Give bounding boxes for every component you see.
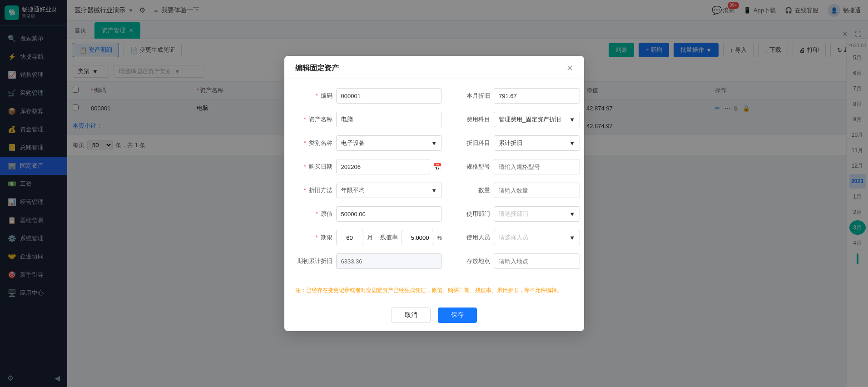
- expense-subject-select[interactable]: 管理费用_固定资产折旧 ▼: [494, 112, 580, 127]
- period-input[interactable]: [336, 230, 363, 245]
- department-select[interactable]: 请选择部门 ▼: [494, 206, 580, 222]
- original-value-input[interactable]: [336, 206, 442, 222]
- period-rate-row: 月 残值率 %: [336, 230, 442, 245]
- edit-asset-modal: 编辑固定资产 ✕ * 编码: [284, 56, 584, 331]
- user-arrow: ▼: [569, 234, 575, 241]
- dep-subject-label: 折旧科目: [453, 139, 494, 147]
- name-input[interactable]: [336, 112, 442, 127]
- modal-note: 注：已经存在变更记录或者对应固定资产已经生成凭证，原值、购买日期、残值率、累计折…: [284, 286, 584, 300]
- name-label: * 资产名称: [295, 115, 336, 124]
- code-label: * 编码: [295, 92, 336, 100]
- monthly-dep-input[interactable]: [494, 88, 580, 104]
- department-arrow: ▼: [569, 211, 575, 218]
- cancel-button[interactable]: 取消: [392, 308, 431, 323]
- form-row-dep-method: * 折旧方法 年限平均 ▼: [295, 183, 442, 198]
- location-input[interactable]: [494, 253, 580, 269]
- category-select[interactable]: 电子设备 ▼: [336, 135, 442, 151]
- form-row-department: 使用部门 请选择部门 ▼: [453, 206, 580, 222]
- dep-method-arrow: ▼: [431, 187, 437, 194]
- modal-right-col: 本月折旧 费用科目 管理费用_固定资产折旧 ▼ 折旧科目: [453, 88, 580, 277]
- expense-subject-value: 管理费用_固定资产折旧: [499, 115, 561, 124]
- expense-subject-label: 费用科目: [453, 115, 494, 124]
- form-row-user: 使用人员 请选择人员 ▼: [453, 230, 580, 245]
- quantity-input[interactable]: [494, 183, 580, 198]
- modal-header: 编辑固定资产 ✕: [284, 56, 584, 79]
- form-row-location: 存放地点: [453, 253, 580, 269]
- form-row-quantity: 数量: [453, 183, 580, 198]
- modal-grid: * 编码 * 资产名称: [295, 88, 573, 277]
- category-select-value: 电子设备: [341, 139, 365, 147]
- department-placeholder: 请选择部门: [499, 210, 528, 218]
- period-unit: 月: [367, 233, 373, 242]
- expense-subject-arrow: ▼: [569, 116, 575, 123]
- original-value-label: * 原值: [295, 210, 336, 218]
- modal-close-icon[interactable]: ✕: [566, 63, 573, 73]
- category-label: * 类别名称: [295, 139, 336, 147]
- initial-dep-label: 期初累计折旧: [295, 257, 336, 265]
- model-input[interactable]: [494, 159, 580, 174]
- user-label: 使用人员: [453, 233, 494, 242]
- form-row-period: * 期限 月 残值率 %: [295, 230, 442, 245]
- form-row-expense-subject: 费用科目 管理费用_固定资产折旧 ▼: [453, 112, 580, 127]
- user-select[interactable]: 请选择人员 ▼: [494, 230, 580, 245]
- dep-method-select[interactable]: 年限平均 ▼: [336, 183, 442, 198]
- modal-body: * 编码 * 资产名称: [284, 79, 584, 286]
- rate-input[interactable]: [402, 230, 433, 245]
- form-row-monthly-dep: 本月折旧: [453, 88, 580, 104]
- form-row-code: * 编码: [295, 88, 442, 104]
- calendar-icon[interactable]: 📅: [433, 163, 442, 171]
- form-row-name: * 资产名称: [295, 112, 442, 127]
- rate-label: 残值率: [380, 233, 398, 242]
- dep-method-label: * 折旧方法: [295, 186, 336, 194]
- form-row-model: 规格型号: [453, 159, 580, 174]
- model-label: 规格型号: [453, 163, 494, 171]
- monthly-dep-label: 本月折旧: [453, 92, 494, 100]
- category-select-arrow: ▼: [431, 140, 437, 147]
- form-row-category: * 类别名称 电子设备 ▼: [295, 135, 442, 151]
- code-input[interactable]: [336, 88, 442, 104]
- form-row-purchase-date: * 购买日期 📅: [295, 159, 442, 174]
- form-row-original-value: * 原值: [295, 206, 442, 222]
- purchase-date-wrap: 📅: [336, 159, 442, 174]
- modal-overlay: 编辑固定资产 ✕ * 编码: [0, 0, 868, 387]
- save-button[interactable]: 保存: [438, 308, 477, 323]
- form-row-initial-dep: 期初累计折旧: [295, 253, 442, 269]
- dep-subject-arrow: ▼: [569, 140, 575, 147]
- rate-unit: %: [437, 234, 442, 241]
- dep-subject-select[interactable]: 累计折旧 ▼: [494, 135, 580, 151]
- dep-method-value: 年限平均: [341, 186, 365, 194]
- purchase-date-label: * 购买日期: [295, 163, 336, 171]
- user-placeholder: 请选择人员: [499, 233, 528, 242]
- department-label: 使用部门: [453, 210, 494, 218]
- purchase-date-input[interactable]: [336, 159, 431, 174]
- modal-title: 编辑固定资产: [295, 64, 339, 73]
- form-row-dep-subject: 折旧科目 累计折旧 ▼: [453, 135, 580, 151]
- dep-subject-value: 累计折旧: [499, 139, 522, 147]
- modal-footer: 取消 保存: [284, 301, 584, 331]
- modal-left-col: * 编码 * 资产名称: [295, 88, 442, 277]
- quantity-label: 数量: [453, 186, 494, 194]
- period-label: * 期限: [295, 233, 336, 242]
- location-label: 存放地点: [453, 257, 494, 265]
- initial-dep-input[interactable]: [336, 253, 442, 269]
